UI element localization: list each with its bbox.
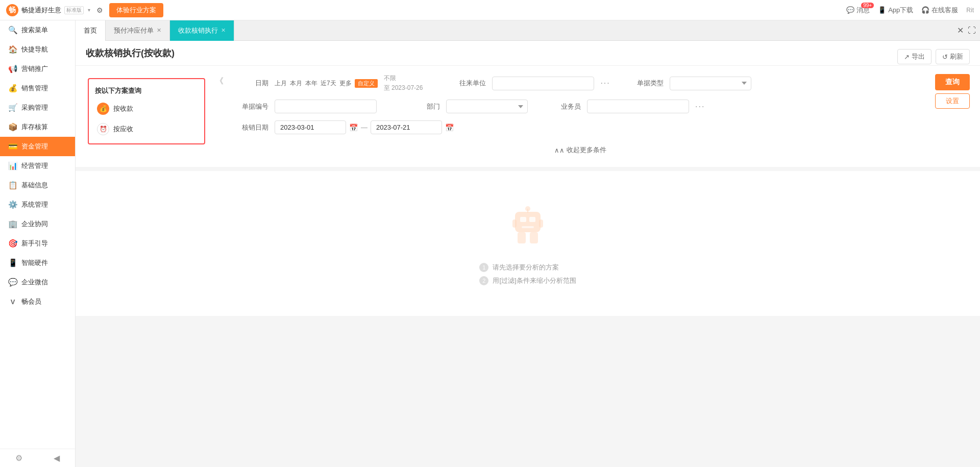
online-service-action[interactable]: 🎧 在线客服 [921,6,958,15]
sidebar-item-member[interactable]: V 畅会员 [0,292,75,311]
brand-name: 畅捷通好生意 [21,6,61,15]
date-range-suffix: 至 2023-07-26 [384,84,423,92]
sidebar-item-finance[interactable]: 💳 资金管理 [0,137,75,156]
brand-badge: 标准版 [64,6,84,14]
export-button[interactable]: ↗ 导出 [897,49,932,64]
filter-by-receivable[interactable]: ⏰ 按应收 [89,119,204,139]
svg-rect-0 [515,212,541,232]
verify-date-end[interactable] [371,120,442,134]
settings-button[interactable]: 设置 [935,93,970,109]
sidebar-label-search: 搜索菜单 [21,26,48,35]
tab-prepay[interactable]: 预付冲应付单 ✕ [106,20,170,41]
collapse-sidebar-icon[interactable]: ◀ [54,453,60,463]
sidebar-item-inventory[interactable]: 📦 库存核算 [0,117,75,137]
filter-date-row: 日期 上月 本月 本年 近7天 更多 自定义 [238,74,923,92]
tab-collect-label: 收款核销执行 [178,26,218,35]
quick-nav-icon: 🏠 [8,45,17,54]
message-icon: 💬 [846,6,854,14]
sidebar-label-wechat: 企业微信 [21,278,48,287]
verify-date-start[interactable] [275,120,346,134]
maximize-button[interactable]: ⛶ [968,26,976,35]
dept-select[interactable] [446,100,528,113]
bill-type-select[interactable] [670,77,751,90]
sidebar-item-enterprise[interactable]: 🏢 企业协同 [0,214,75,234]
staff-input[interactable] [587,100,689,113]
date-this-year[interactable]: 本年 [305,79,317,88]
date-last-month[interactable]: 上月 [275,79,287,88]
partner-dots-icon[interactable]: ··· [600,79,610,88]
sidebar-item-sales[interactable]: 💰 销售管理 [0,79,75,98]
sidebar-label-finance: 资金管理 [21,142,48,151]
empty-hint-2: 2 用[过滤]条件来缩小分析范围 [479,276,576,285]
close-window-button[interactable]: ✕ [957,26,964,35]
operation-icon: 📊 [8,161,17,170]
message-action[interactable]: 💬 消息 99+ [846,6,870,15]
date-this-month[interactable]: 本月 [290,79,302,88]
date-custom-badge[interactable]: 自定义 [355,79,378,88]
sidebar-item-hardware[interactable]: 📱 智能硬件 [0,253,75,273]
sidebar-label-guide: 新手引导 [21,239,48,248]
sidebar-item-search[interactable]: 🔍 搜索菜单 [0,20,75,40]
collapse-conditions-button[interactable]: ∧∧ 收起更多条件 [238,141,923,159]
dept-label: 部门 [409,102,440,111]
basic-icon: 📋 [8,181,17,190]
date-last-7days[interactable]: 近7天 [321,79,336,88]
filter-by-receipt[interactable]: 💰 按收款 [89,99,204,119]
sidebar: 🔍 搜索菜单 🏠 快捷导航 📢 营销推广 💰 销售管理 🛒 采购管理 📦 库存核… [0,20,76,467]
date-label: 日期 [238,79,268,88]
topbar-actions: 💬 消息 99+ 📱 App下载 🎧 在线客服 Rit [846,6,974,15]
by-receivable-icon: ⏰ [97,123,109,135]
empty-hints: 1 请先选择要分析的方案 2 用[过滤]条件来缩小分析范围 [479,263,576,285]
finance-icon: 💳 [8,142,17,151]
content-area: 首页 预付冲应付单 ✕ 收款核销执行 ✕ ✕ ⛶ 收款核销执行(按收款) [76,20,980,467]
online-service-label: 在线客服 [932,6,958,15]
empty-hint-1: 1 请先选择要分析的方案 [479,263,576,272]
calendar-start-icon[interactable]: 📅 [349,124,358,132]
app-download-action[interactable]: 📱 App下载 [878,6,913,15]
tab-prepay-close-icon[interactable]: ✕ [157,27,161,34]
message-badge: 99+ [861,3,874,8]
sidebar-item-operation[interactable]: 📊 经营管理 [0,156,75,176]
service-icon: 🎧 [921,6,929,14]
staff-dots-icon[interactable]: ··· [695,102,705,111]
user-name[interactable]: Rit [966,7,974,14]
main-layout: 🔍 搜索菜单 🏠 快捷导航 📢 营销推广 💰 销售管理 🛒 采购管理 📦 库存核… [0,20,980,467]
sidebar-item-quick-nav[interactable]: 🏠 快捷导航 [0,40,75,59]
date-more[interactable]: 更多 [339,79,352,88]
page-title: 收款核销执行(按收款) [86,47,175,65]
sidebar-item-basic[interactable]: 📋 基础信息 [0,176,75,195]
date-separator: — [361,124,368,131]
svg-rect-3 [522,226,534,228]
search-icon: 🔍 [8,26,17,35]
sidebar-label-inventory: 库存核算 [21,122,48,132]
query-button[interactable]: 查询 [935,74,970,90]
sidebar-item-guide[interactable]: 🎯 新手引导 [0,234,75,253]
sidebar-item-system[interactable]: ⚙️ 系统管理 [0,195,75,214]
brand: 畅 畅捷通好生意 标准版 [6,4,84,16]
solution-button[interactable]: 体验行业方案 [109,3,163,17]
member-icon: V [8,298,17,306]
sidebar-item-wechat[interactable]: 💬 企业微信 [0,273,75,292]
tab-home[interactable]: 首页 [76,20,106,41]
calendar-end-icon[interactable]: 📅 [445,124,454,132]
filter-collapse-button[interactable]: 《 [211,72,228,91]
sidebar-item-marketing[interactable]: 📢 营销推广 [0,59,75,79]
svg-rect-9 [527,209,528,213]
settings-bottom-icon[interactable]: ⚙ [15,453,22,463]
gear-icon[interactable]: ⚙ [96,6,103,14]
bill-type-label: 单据类型 [633,79,664,88]
tab-collect[interactable]: 收款核销执行 ✕ [170,20,234,41]
partner-input[interactable] [492,77,594,90]
export-icon: ↗ [904,53,910,61]
brand-chevron-icon[interactable]: ▾ [88,7,90,13]
sidebar-label-operation: 经营管理 [21,161,48,170]
sidebar-item-purchase[interactable]: 🛒 采购管理 [0,98,75,117]
bill-no-input[interactable] [275,100,377,113]
query-actions: 查询 设置 [935,74,970,109]
tabbar: 首页 预付冲应付单 ✕ 收款核销执行 ✕ ✕ ⛶ [76,20,980,41]
filter-fields: 日期 上月 本月 本年 近7天 更多 自定义 [228,66,980,167]
tab-collect-close-icon[interactable]: ✕ [221,27,226,34]
enterprise-icon: 🏢 [8,219,17,229]
svg-rect-4 [512,219,517,228]
refresh-button[interactable]: ↺ 刷新 [936,49,970,64]
